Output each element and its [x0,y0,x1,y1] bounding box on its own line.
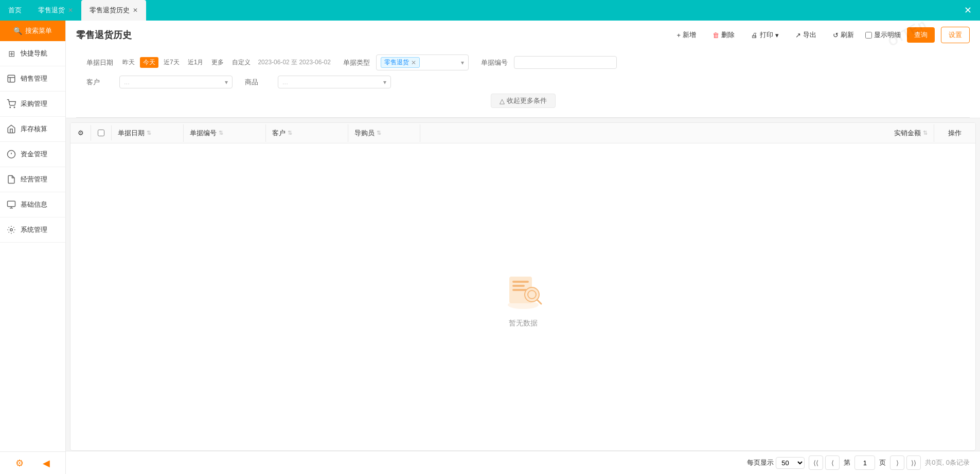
show-detail-checkbox[interactable]: 显示明细 [865,30,901,40]
tab-retail-return-history-close[interactable]: ✕ [133,7,138,14]
quick-nav-icon: ⊞ [6,48,16,59]
sidebar-item-operations[interactable]: 经营管理 [0,167,65,192]
select-all-checkbox[interactable] [98,130,104,136]
date-filter-label: 单据日期 [86,58,115,67]
inventory-icon [6,124,16,134]
date-btn-yesterday[interactable]: 昨天 [119,57,138,68]
empty-illustration [500,266,546,313]
first-page-button[interactable]: ⟨⟨ [809,455,823,470]
print-button[interactable]: 🖨 打印 ▾ [746,28,784,42]
sidebar-item-purchase[interactable]: 采购管理 [0,92,65,117]
export-button[interactable]: ↗ 导出 [790,28,822,42]
goods-placeholder: ... [282,78,288,86]
sidebar-item-basic-info[interactable]: 基础信息 [0,192,65,217]
prev-page-button[interactable]: ⟨ [825,455,840,470]
svg-line-15 [537,300,541,304]
voucher-type-chevron-icon: ▾ [461,59,464,66]
print-icon: 🖨 [751,31,758,39]
page-number-input[interactable] [854,455,875,470]
table-header: ⚙ 单据日期 ⇅ 单据编号 ⇅ 客户 ⇅ 导购员 [70,123,975,143]
tab-retail-return-history-label: 零售退货历史 [90,6,130,15]
new-button[interactable]: + 新增 [671,28,701,42]
filter-row-1: 单据日期 昨天 今天 近7天 近1月 更多 自定义 2023-06-02 至 2… [86,54,959,70]
voucher-type-select[interactable]: 零售退货 ✕ ▾ [376,54,469,70]
table-body: 暂无数据 [70,143,975,450]
sidebar-item-finance[interactable]: 资金管理 [0,142,65,167]
th-order-label: 单据编号 [190,129,217,138]
voucher-type-filter-group: 单据类型 零售退货 ✕ ▾ [343,54,469,70]
column-settings-icon[interactable]: ⚙ [78,129,84,137]
tab-retail-return[interactable]: 零售退货 ✕ [30,0,81,21]
th-guide[interactable]: 导购员 ⇅ [348,124,420,142]
sidebar-item-inventory[interactable]: 库存核算 [0,117,65,142]
sidebar-item-system-label: 系统管理 [21,225,47,234]
page-size-select: 每页显示 50 100 200 [747,457,805,469]
sidebar-search[interactable]: 🔍 搜索菜单 [0,21,65,41]
th-customer-sort-icon: ⇅ [288,130,292,136]
tab-retail-return-close[interactable]: ✕ [68,7,73,14]
main-content: 零售退货历史 + 新增 🗑 删除 🖨 打印 ▾ [66,21,980,474]
date-btn-custom[interactable]: 自定义 [229,57,254,68]
sales-icon [6,74,16,84]
customer-chevron-icon: ▾ [225,79,228,86]
page-size-dropdown[interactable]: 50 100 200 [776,457,805,469]
th-setting[interactable]: ⚙ [70,125,91,141]
delete-label: 删除 [721,30,735,40]
th-guide-label: 导购员 [354,129,375,138]
goods-chevron-icon: ▾ [383,79,386,86]
date-btn-7days[interactable]: 近7天 [161,57,183,68]
date-filter-group: 单据日期 昨天 今天 近7天 近1月 更多 自定义 2023-06-02 至 2… [86,57,331,68]
delete-button[interactable]: 🗑 删除 [707,28,740,42]
sidebar-item-basic-info-label: 基础信息 [21,200,47,209]
sidebar-item-system[interactable]: 系统管理 [0,217,65,243]
top-bar: 首页 零售退货 ✕ 零售退货历史 ✕ ✕ [0,0,980,21]
filter-row-2: 客户 ... ▾ 商品 ... ▾ [86,76,959,88]
export-icon: ↗ [795,31,801,39]
th-customer[interactable]: 客户 ⇅ [266,124,348,142]
th-date-sort-icon: ⇅ [147,130,151,136]
th-guide-sort-icon: ⇅ [377,130,381,136]
th-amount[interactable]: 实销金额 ⇅ [420,124,934,142]
settings-button[interactable]: 设置 [941,27,970,43]
tab-home-label: 首页 [8,6,22,15]
customer-label: 客户 [86,78,115,87]
page-header: 零售退货历史 + 新增 🗑 删除 🖨 打印 ▾ [66,21,980,118]
empty-state: 暂无数据 [479,246,567,349]
th-checkbox[interactable] [91,125,112,140]
tab-home[interactable]: 首页 [0,0,30,21]
date-btn-1month[interactable]: 近1月 [185,57,207,68]
collapse-up-icon: △ [500,97,505,105]
voucher-type-tag-close[interactable]: ✕ [411,59,416,66]
window-close-button[interactable]: ✕ [964,5,972,16]
refresh-label: 刷新 [841,30,854,40]
sidebar-settings-icon[interactable]: ⚙ [15,458,24,469]
date-btn-more[interactable]: 更多 [208,57,227,68]
query-button[interactable]: 查询 [907,27,935,43]
th-action: 操作 [934,124,975,142]
show-detail-input[interactable] [865,32,872,39]
tab-retail-return-history[interactable]: 零售退货历史 ✕ [81,0,146,21]
sidebar-item-sales[interactable]: 销售管理 [0,66,65,92]
last-page-button[interactable]: ⟩⟩ [906,455,921,470]
goods-select[interactable]: ... ▾ [278,76,391,88]
collapse-filters-button[interactable]: △ 收起更多条件 [491,94,556,108]
date-btn-today[interactable]: 今天 [140,57,158,68]
goods-label: 商品 [245,78,274,87]
tab-retail-return-label: 零售退货 [38,6,65,15]
customer-select[interactable]: ... ▾ [119,76,233,88]
new-label: 新增 [683,30,696,40]
th-date[interactable]: 单据日期 ⇅ [112,124,184,142]
operations-icon [6,174,16,185]
next-page-button[interactable]: ⟩ [890,455,904,470]
sidebar-collapse-icon[interactable]: ◀ [43,458,50,469]
th-order[interactable]: 单据编号 ⇅ [184,124,266,142]
empty-text: 暂无数据 [509,319,538,328]
sidebar-item-finance-label: 资金管理 [21,150,47,159]
voucher-no-input[interactable] [514,56,617,69]
voucher-type-value: 零售退货 [384,58,409,67]
page-header-top: 零售退货历史 + 新增 🗑 删除 🖨 打印 ▾ [76,27,970,43]
filter-area: 单据日期 昨天 今天 近7天 近1月 更多 自定义 2023-06-02 至 2… [76,49,970,118]
refresh-button[interactable]: ↺ 刷新 [828,28,859,42]
sidebar-item-inventory-label: 库存核算 [21,124,47,134]
sidebar-item-quick-nav[interactable]: ⊞ 快捷导航 [0,41,65,66]
